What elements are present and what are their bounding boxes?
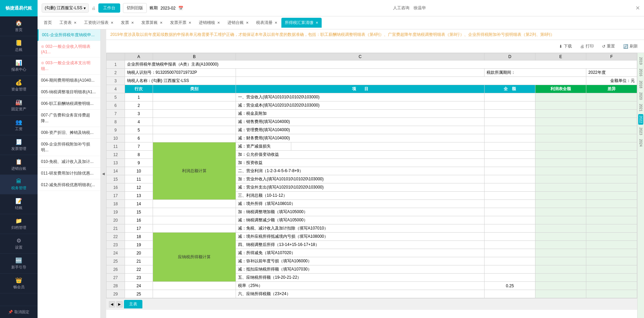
col-header-C[interactable]: C	[236, 53, 484, 60]
timeline-item-2016[interactable]: 2016	[638, 67, 643, 78]
left-panel-item-010[interactable]: 010-免税、减计收入及加计...	[38, 156, 100, 168]
tab-purchase-audit[interactable]: 进销稽核 ✕	[195, 18, 223, 28]
sidebar-item-assets[interactable]: 🏭 固定资产	[0, 96, 38, 115]
table-row: 11 7 利润总额计算 减：资产减值损失	[107, 142, 637, 151]
sidebar-item-archive[interactable]: 📁 归档管理	[0, 214, 38, 234]
left-panel-item-005[interactable]: 005-纳税调整项目明细表(A1...	[38, 86, 100, 98]
app-logo: 畅捷通易代账	[0, 0, 38, 16]
tab-income-tax[interactable]: 所得税汇算清缴 ✕	[281, 18, 322, 28]
sidebar-item-label: 总账	[15, 47, 23, 52]
left-panel-item-003[interactable]: ⊙ 003-一般企业成本支出明细...	[38, 57, 100, 75]
workbench-button[interactable]: 工作台	[98, 3, 120, 13]
timeline-item-2021[interactable]: 2021	[638, 102, 643, 113]
sidebar-item-close-accounts[interactable]: 📝 结账	[0, 194, 38, 214]
sidebar-item-settings[interactable]: ⚙ 设置	[0, 234, 38, 254]
pin-label: 取消固定	[14, 309, 29, 315]
main-area: (勾删) 江西服宝-LSS ▾ 🖨 工作台 切到旧版 账期 2023-02 📅 …	[38, 0, 644, 318]
timeline-item-2023[interactable]: 2023	[638, 126, 643, 136]
sidebar-item-member[interactable]: 👑 畅会员	[0, 274, 38, 293]
sidebar-item-guide[interactable]: 🆕 新手引导	[0, 254, 38, 274]
left-panel-item-007[interactable]: 007-广告费和业务宣传费超降...	[38, 110, 100, 127]
timeline-item-2024[interactable]: 2024	[638, 138, 643, 148]
refresh-icon: 🔄	[623, 44, 628, 49]
tab-payroll-close[interactable]: ✕	[74, 21, 76, 25]
tab-tax-list[interactable]: 税表清册 ✕	[253, 18, 281, 28]
sidebar-item-funds[interactable]: 💰 资金管理	[0, 76, 38, 96]
user-service[interactable]: 人工咨询	[393, 5, 409, 11]
col-header-E[interactable]: E	[535, 53, 586, 60]
sidebar-item-tax[interactable]: 🏛 税务管理	[0, 175, 38, 194]
sidebar-item-purchase-sales[interactable]: 📋 进销台账	[0, 155, 38, 175]
left-panel: 001-企业所得税年度纳税申... ⊙ 002-一般企业收入明细表(A1... …	[38, 29, 101, 318]
left-panel-item-008[interactable]: 008-资产折旧、摊销及纳税...	[38, 127, 100, 139]
company-selector[interactable]: (勾删) 江西服宝-LSS ▾	[42, 3, 89, 13]
table-row: 28 24 税率（25%） 0.25	[107, 282, 637, 290]
username: 徐温华	[414, 5, 426, 11]
tab-home-label: 首页	[44, 20, 52, 26]
col-header-A[interactable]: A	[125, 53, 153, 60]
sidebar-item-report[interactable]: 📊 报表中心	[0, 56, 38, 76]
table-row: 8 4 减：销售费用(填写A104000)	[107, 118, 637, 126]
reset-button[interactable]: ↺ 重置	[600, 42, 617, 51]
col-header-F[interactable]: F	[586, 53, 637, 60]
sheet-next-button[interactable]: ▶	[116, 301, 123, 307]
switch-version-button[interactable]: 切到旧版	[123, 3, 147, 13]
sidebar-pin-toggle[interactable]: 📌 取消固定	[0, 306, 38, 318]
tab-payroll-stats-close[interactable]: ✕	[111, 21, 113, 25]
col-header-B[interactable]: B	[153, 53, 236, 60]
col-header-D[interactable]: D	[485, 53, 535, 60]
timeline-item-2020[interactable]: 2020	[638, 91, 643, 101]
left-panel-item-002[interactable]: ⊙ 002-一般企业收入明细表(A1...	[38, 41, 100, 57]
tab-purchase-audit-label: 进销稽核	[199, 20, 215, 26]
sheet-prev-button[interactable]: ◀	[109, 301, 115, 307]
left-panel-item-012[interactable]: 012-减免所得税优惠明细表(...	[38, 179, 100, 191]
sheet-tab-main[interactable]: 主表	[124, 300, 142, 308]
table-row: 9 5 减：管理费用(填写A104000)	[107, 126, 637, 134]
tab-payroll[interactable]: 工资表 ✕	[56, 18, 80, 28]
sidebar-item-home[interactable]: 🏠 首页	[0, 16, 38, 36]
timeline-item-2019[interactable]: 2019	[638, 56, 643, 66]
member-icon: 👑	[15, 277, 22, 284]
left-panel-item-001[interactable]: 001-企业所得税年度纳税申...	[38, 29, 100, 41]
tab-home[interactable]: 首页	[40, 18, 55, 28]
topbar-close-icon[interactable]: ✕	[635, 5, 640, 11]
home-icon: 🏠	[15, 20, 22, 26]
tab-invoice-open[interactable]: 发票开票 ✕	[167, 18, 195, 28]
timeline-item-2022[interactable]: 2022	[638, 114, 643, 124]
refresh-button[interactable]: 🔄 刷新	[621, 42, 640, 51]
tab-invoice-calc-close[interactable]: ✕	[160, 21, 163, 25]
col-header-profit: 利润表全额	[535, 85, 586, 93]
tab-invoice-calc-label: 发票算账	[141, 20, 158, 26]
chevron-down-icon: ▾	[84, 6, 86, 11]
sidebar-item-invoice[interactable]: 🧾 发票管理	[0, 135, 38, 155]
tab-income-tax-close[interactable]: ✕	[316, 21, 318, 25]
left-panel-item-009[interactable]: 009-企业所得税附加补亏损明...	[38, 139, 100, 156]
sidebar-item-ledger[interactable]: 📒 总账	[0, 36, 38, 56]
timeline-item-2018[interactable]: 2018	[638, 79, 643, 89]
collapse-panel-button[interactable]: ◀	[101, 29, 106, 318]
topbar: (勾删) 江西服宝-LSS ▾ 🖨 工作台 切到旧版 账期 2023-02 📅 …	[38, 0, 644, 16]
left-panel-item-011[interactable]: 011-研发费用加计扣除优惠...	[38, 168, 100, 179]
print-button[interactable]: 🖨 打印	[578, 42, 596, 51]
right-timeline: 2019 2016 2018 2020 2021 2022 2023 2024	[637, 53, 644, 318]
download-button[interactable]: ⬇ 下载	[557, 42, 574, 51]
sidebar-item-payroll[interactable]: 👥 工资	[0, 115, 38, 135]
tab-purchase-audit-close[interactable]: ✕	[217, 21, 220, 25]
tab-purchase-ledger[interactable]: 进销台账 ✕	[224, 18, 252, 28]
tab-invoice-label: 发票	[121, 20, 129, 26]
tab-invoice-calc[interactable]: 发票算账 ✕	[138, 18, 166, 28]
tab-payroll-stats[interactable]: 工资统计报表 ✕	[81, 18, 117, 28]
spacer2	[236, 77, 586, 85]
tab-invoice-open-close[interactable]: ✕	[188, 21, 191, 25]
tab-invoice[interactable]: 发票 ✕	[117, 18, 137, 28]
spreadsheet-table: A B C D E F 1 企业所	[106, 53, 637, 298]
payroll-icon: 👥	[15, 119, 22, 125]
tab-tax-list-close[interactable]: ✕	[275, 21, 277, 25]
left-panel-item-004[interactable]: 004-期间费用明细表(A1040...	[38, 75, 100, 86]
calendar-icon[interactable]: 📅	[178, 6, 183, 11]
tab-purchase-ledger-close[interactable]: ✕	[246, 21, 249, 25]
left-panel-item-006[interactable]: 006-职工薪酬纳税调整明细...	[38, 98, 100, 110]
tab-invoice-close[interactable]: ✕	[131, 21, 134, 25]
sheet-toolbar: ⬇ 下载 🖨 打印 ↺ 重置 🔄 刷新	[106, 40, 644, 53]
row-num: 1	[107, 60, 125, 69]
